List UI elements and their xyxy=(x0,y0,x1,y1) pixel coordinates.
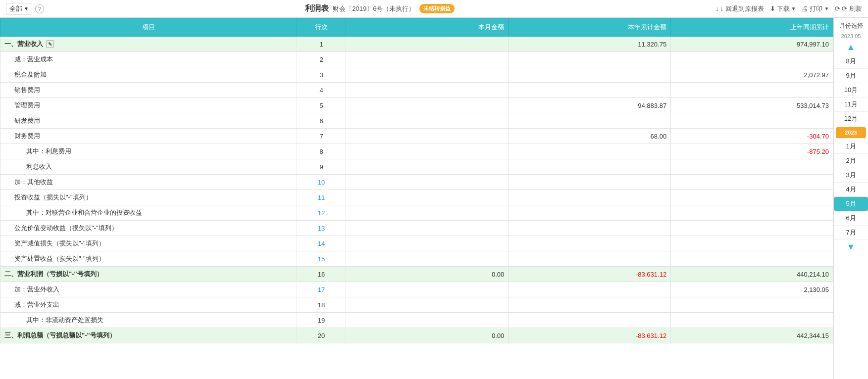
badge-unreleased[interactable]: 未结转损益 xyxy=(419,4,455,13)
cell-item: 减：营业外支出 xyxy=(0,297,297,313)
month-item[interactable]: 12月 xyxy=(834,112,868,126)
download-label: 下载 xyxy=(777,4,790,13)
cell-year xyxy=(509,52,671,67)
cell-month xyxy=(346,98,509,113)
cell-row-num: 14 xyxy=(297,236,346,251)
cell-prev xyxy=(671,113,833,129)
refresh-button[interactable]: ⟳ ⟳ 刷新 xyxy=(835,4,862,13)
cell-row-num: 20 xyxy=(297,328,346,343)
back-button[interactable]: ↓ ↓ 回退到原报表 xyxy=(715,4,764,13)
table-row: 税金及附加32,072.97 xyxy=(0,67,833,83)
month-item[interactable]: 10月 xyxy=(834,83,868,97)
month-item[interactable]: 9月 xyxy=(834,69,868,83)
cell-year: 68.00 xyxy=(509,129,671,144)
cell-row-num: 19 xyxy=(297,313,346,328)
month-item[interactable]: 2023 xyxy=(836,127,866,139)
cell-row-num: 9 xyxy=(297,159,346,175)
table-row: 投资收益（损失以"-"填列）11 xyxy=(0,190,833,205)
header-row: 行次 xyxy=(297,18,346,37)
cell-row-num: 10 xyxy=(297,175,346,190)
cell-prev xyxy=(671,251,833,267)
scope-dropdown-icon: ▼ xyxy=(24,6,29,11)
download-dropdown-icon: ▼ xyxy=(791,6,796,11)
edit-icon[interactable]: ✎ xyxy=(46,40,54,48)
table-row: 一、营业收入✎111,320.75974,997.10 xyxy=(0,37,833,52)
cell-item: 管理费用 xyxy=(0,98,297,113)
cell-row-num: 16 xyxy=(297,267,346,282)
table-body: 一、营业收入✎111,320.75974,997.10减：营业成本2税金及附加3… xyxy=(0,37,833,343)
cell-year xyxy=(509,175,671,190)
cell-item: 资产减值损失（损失以"-"填列） xyxy=(0,236,297,251)
cell-prev xyxy=(671,297,833,313)
cell-year xyxy=(509,190,671,205)
cell-year xyxy=(509,113,671,129)
header-year: 本年累计金额 xyxy=(509,18,671,37)
cell-item: 三、利润总额（亏损总额以"-"号填列） xyxy=(0,328,297,343)
table-row: 利息收入9 xyxy=(0,159,833,175)
cell-prev xyxy=(671,159,833,175)
download-button[interactable]: ⬇ 下载 ▼ xyxy=(770,4,796,13)
cell-month xyxy=(346,159,509,175)
month-item[interactable]: 7月 xyxy=(834,226,868,240)
cell-item: 资产处置收益（损失以"-"填列） xyxy=(0,251,297,267)
next-arrow[interactable]: ▼ xyxy=(845,240,858,254)
top-bar-right: ↓ ↓ 回退到原报表 ⬇ 下载 ▼ 🖨 打印 ▼ ⟳ ⟳ 刷新 xyxy=(715,4,862,13)
cell-year xyxy=(509,205,671,221)
cell-row-num: 1 xyxy=(297,37,346,52)
cell-year: -83,631.12 xyxy=(509,328,671,343)
cell-item: 财务费用 xyxy=(0,129,297,144)
cell-item: 其中：利息费用 xyxy=(0,144,297,159)
cell-row-num: 7 xyxy=(297,129,346,144)
top-bar-left: 全部 ▼ ? xyxy=(6,3,44,15)
cell-month xyxy=(346,297,509,313)
cell-month xyxy=(346,251,509,267)
cell-month xyxy=(346,37,509,52)
cell-row-num: 5 xyxy=(297,98,346,113)
cell-item: 二、营业利润（亏损以"-"号填列） xyxy=(0,267,297,282)
month-item[interactable]: 8月 xyxy=(834,54,868,69)
header-month: 本月金额 xyxy=(346,18,509,37)
month-item[interactable]: 5月 xyxy=(834,197,868,211)
cell-row-num: 13 xyxy=(297,221,346,236)
scope-select[interactable]: 全部 ▼ xyxy=(6,3,32,15)
table-row: 其中：非流动资产处置损失19 xyxy=(0,313,833,328)
table-row: 加：其他收益10 xyxy=(0,175,833,190)
cell-year: -83,631.12 xyxy=(509,267,671,282)
table-row: 减：营业成本2 xyxy=(0,52,833,67)
print-button[interactable]: 🖨 打印 ▼ xyxy=(802,4,829,13)
prev-arrow[interactable]: ▲ xyxy=(845,40,858,54)
month-item[interactable]: 3月 xyxy=(834,168,868,183)
cell-year xyxy=(509,251,671,267)
cell-year: 94,883.87 xyxy=(509,98,671,113)
month-item[interactable]: 4月 xyxy=(834,183,868,197)
main-content: 项目 行次 本月金额 本年累计金额 上年同期累计 一、营业收入✎111,320.… xyxy=(0,18,868,379)
print-icon: 🖨 xyxy=(802,5,808,12)
cell-year xyxy=(509,282,671,297)
month-item[interactable]: 1月 xyxy=(834,140,868,154)
cell-month: 0.00 xyxy=(346,267,509,282)
cell-item: 加：其他收益 xyxy=(0,175,297,190)
table-row: 三、利润总额（亏损总额以"-"号填列）200.00-83,631.12442,3… xyxy=(0,328,833,343)
month-item[interactable]: 11月 xyxy=(834,97,868,112)
cell-month xyxy=(346,113,509,129)
cell-month xyxy=(346,282,509,297)
cell-item: 税金及附加 xyxy=(0,67,297,83)
cell-prev xyxy=(671,52,833,67)
cell-prev xyxy=(671,236,833,251)
help-icon[interactable]: ? xyxy=(35,4,44,13)
cell-month xyxy=(346,83,509,98)
month-item[interactable]: 6月 xyxy=(834,211,868,226)
cell-row-num: 6 xyxy=(297,113,346,129)
cell-item: 其中：对联营企业和合营企业的投资收益 xyxy=(0,205,297,221)
table-row: 其中：利息费用8-875.20 xyxy=(0,144,833,159)
table-row: 管理费用594,883.87533,014.73 xyxy=(0,98,833,113)
sidebar-title: 月份选择 xyxy=(839,20,863,32)
header-item: 项目 xyxy=(0,18,297,37)
cell-year xyxy=(509,144,671,159)
month-item[interactable]: 2月 xyxy=(834,154,868,168)
cell-month xyxy=(346,175,509,190)
cell-prev: 2,130.05 xyxy=(671,282,833,297)
cell-month xyxy=(346,52,509,67)
report-title: 利润表 xyxy=(305,3,329,14)
table-row: 资产处置收益（损失以"-"填列）15 xyxy=(0,251,833,267)
